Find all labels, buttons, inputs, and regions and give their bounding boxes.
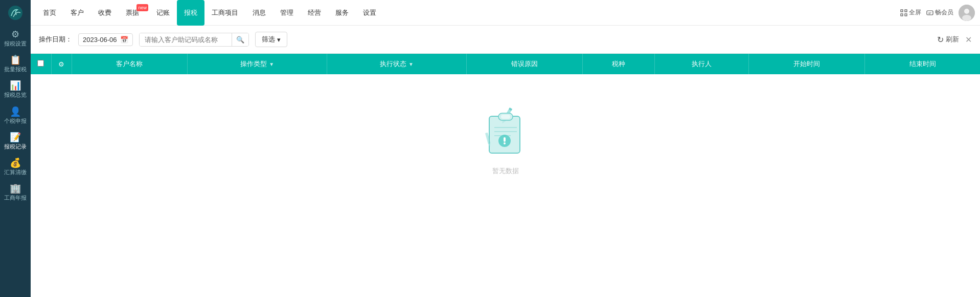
content-area: 操作日期： 2023-06-06 📅 🔍 筛选 ▾ ↻ 刷新 bbox=[31, 26, 980, 297]
fullscreen-button[interactable]: 全屏 bbox=[900, 8, 921, 17]
search-box: 🔍 bbox=[139, 33, 249, 47]
table-body: 暂无数据 bbox=[31, 74, 980, 196]
batch-tax-icon: 📋 bbox=[10, 55, 21, 65]
th-checkbox[interactable] bbox=[31, 54, 51, 74]
nav-item-jizhang[interactable]: 记账 bbox=[149, 0, 177, 26]
top-navigation: 首页 客户 收费 票据 new 记账 报税 工商项目 消息 bbox=[31, 0, 980, 26]
sidebar-item-gongshang-nianbao[interactable]: 🏢 工商年报 bbox=[0, 180, 31, 205]
th-start-time: 开始时间 bbox=[749, 54, 865, 74]
topnav-right: 全屏 畅会员 bbox=[900, 5, 975, 21]
nav-item-shoufei[interactable]: 收费 bbox=[91, 0, 119, 26]
svg-point-21 bbox=[504, 142, 506, 144]
calendar-icon: 📅 bbox=[120, 36, 128, 44]
filter-button[interactable]: 筛选 ▾ bbox=[255, 32, 287, 47]
nav-item-shezhi[interactable]: 设置 bbox=[356, 0, 383, 26]
th-customer-name: 客户名称 bbox=[72, 54, 188, 74]
new-badge: new bbox=[136, 4, 148, 11]
settlement-icon: 💰 bbox=[10, 158, 21, 167]
sidebar-item-label: 个税申报 bbox=[4, 118, 27, 124]
date-picker[interactable]: 2023-06-06 📅 bbox=[78, 33, 133, 46]
table-header-row: ⚙ 客户名称 操作类型 ▼ 执 bbox=[31, 54, 980, 74]
th-tax-type: 税种 bbox=[582, 54, 654, 74]
filter-funnel-icon-2: ▼ bbox=[408, 61, 414, 67]
sidebar-item-baoshui-jilu[interactable]: 📝 报税记录 bbox=[0, 129, 31, 154]
filter-funnel-icon: ▼ bbox=[269, 61, 274, 67]
data-table: ⚙ 客户名称 操作类型 ▼ 执 bbox=[31, 54, 980, 196]
nav-item-home[interactable]: 首页 bbox=[36, 0, 63, 26]
th-error-reason: 错误原因 bbox=[466, 54, 582, 74]
sidebar-item-huisuan-jiaona[interactable]: 💰 汇算清缴 bbox=[0, 154, 31, 180]
close-icon: ✕ bbox=[965, 35, 972, 44]
toolbar-right: ↻ 刷新 ✕ bbox=[937, 35, 972, 45]
refresh-label: 刷新 bbox=[946, 35, 959, 44]
empty-state: 暂无数据 bbox=[31, 74, 980, 196]
svg-rect-20 bbox=[504, 137, 506, 142]
sidebar-item-label: 工商年报 bbox=[4, 195, 27, 201]
refresh-button[interactable]: ↻ 刷新 bbox=[937, 35, 959, 45]
nav-items: 首页 客户 收费 票据 new 记账 报税 工商项目 消息 bbox=[36, 0, 900, 26]
person-tax-icon: 👤 bbox=[10, 107, 21, 116]
search-input[interactable] bbox=[140, 33, 232, 46]
empty-state-cell: 暂无数据 bbox=[31, 74, 980, 196]
nav-item-guanli[interactable]: 管理 bbox=[273, 0, 301, 26]
search-button[interactable]: 🔍 bbox=[232, 33, 248, 46]
sidebar-logo bbox=[0, 0, 31, 26]
nav-item-customer[interactable]: 客户 bbox=[63, 0, 91, 26]
nav-item-jingying[interactable]: 经营 bbox=[301, 0, 328, 26]
member-button[interactable]: 畅会员 bbox=[926, 8, 953, 17]
sidebar-item-label: 报税设置 bbox=[4, 40, 27, 47]
svg-rect-2 bbox=[905, 10, 907, 12]
svg-rect-1 bbox=[901, 10, 903, 12]
svg-rect-4 bbox=[905, 14, 907, 16]
empty-state-row: 暂无数据 bbox=[31, 74, 980, 196]
close-button[interactable]: ✕ bbox=[965, 35, 972, 45]
sidebar-item-piliang-baoshui[interactable]: 📋 批量报税 bbox=[0, 51, 31, 77]
nav-item-baoshui[interactable]: 报税 bbox=[177, 0, 204, 26]
sidebar-item-baoshui-shezhi[interactable]: ⚙ 报税设置 bbox=[0, 26, 31, 51]
main-area: 首页 客户 收费 票据 new 记账 报税 工商项目 消息 bbox=[31, 0, 980, 297]
search-icon: 🔍 bbox=[236, 36, 244, 44]
user-avatar[interactable] bbox=[959, 5, 975, 21]
empty-text: 暂无数据 bbox=[492, 166, 519, 176]
sidebar-item-label: 报税记录 bbox=[4, 143, 27, 150]
sidebar-item-label: 汇算清缴 bbox=[4, 169, 27, 176]
svg-point-7 bbox=[964, 9, 969, 14]
toolbar: 操作日期： 2023-06-06 📅 🔍 筛选 ▾ ↻ 刷新 bbox=[31, 26, 980, 54]
overview-icon: 📊 bbox=[10, 81, 21, 90]
select-all-checkbox[interactable] bbox=[37, 60, 44, 67]
empty-illustration bbox=[480, 105, 531, 161]
date-label: 操作日期： bbox=[39, 35, 72, 44]
nav-item-xiaoxi[interactable]: 消息 bbox=[245, 0, 273, 26]
annual-report-icon: 🏢 bbox=[10, 184, 21, 193]
table-container: ⚙ 客户名称 操作类型 ▼ 执 bbox=[31, 54, 980, 297]
svg-point-8 bbox=[962, 15, 971, 21]
record-icon: 📝 bbox=[10, 133, 21, 142]
th-exec-status[interactable]: 执行状态 ▼ bbox=[327, 54, 467, 74]
date-value: 2023-06-06 bbox=[83, 36, 117, 44]
th-executor: 执行人 bbox=[655, 54, 749, 74]
sidebar-item-geshui-shenbao[interactable]: 👤 个税申报 bbox=[0, 103, 31, 129]
sidebar-item-label: 报税总览 bbox=[4, 92, 27, 98]
filter-label: 筛选 bbox=[262, 35, 275, 44]
svg-rect-3 bbox=[901, 14, 903, 16]
nav-item-piaoju[interactable]: 票据 new bbox=[119, 0, 149, 26]
svg-rect-15 bbox=[501, 115, 510, 119]
nav-item-fuwu[interactable]: 服务 bbox=[328, 0, 356, 26]
sidebar-item-label: 批量报税 bbox=[4, 66, 27, 73]
settings-icon: ⚙ bbox=[11, 30, 19, 39]
fullscreen-icon bbox=[900, 9, 907, 16]
member-icon bbox=[926, 9, 933, 16]
th-operation-type[interactable]: 操作类型 ▼ bbox=[188, 54, 327, 74]
sidebar-item-baoshui-zonglang[interactable]: 📊 报税总览 bbox=[0, 77, 31, 102]
th-settings[interactable]: ⚙ bbox=[51, 54, 72, 74]
nav-item-gongshang[interactable]: 工商项目 bbox=[204, 0, 245, 26]
chevron-down-icon: ▾ bbox=[277, 36, 281, 44]
avatar-icon bbox=[959, 5, 975, 21]
refresh-icon: ↻ bbox=[937, 35, 944, 45]
th-end-time: 结束时间 bbox=[865, 54, 980, 74]
settings-gear-icon: ⚙ bbox=[58, 60, 64, 68]
sidebar: ⚙ 报税设置 📋 批量报税 📊 报税总览 👤 个税申报 📝 报税记录 💰 汇算清… bbox=[0, 0, 31, 297]
